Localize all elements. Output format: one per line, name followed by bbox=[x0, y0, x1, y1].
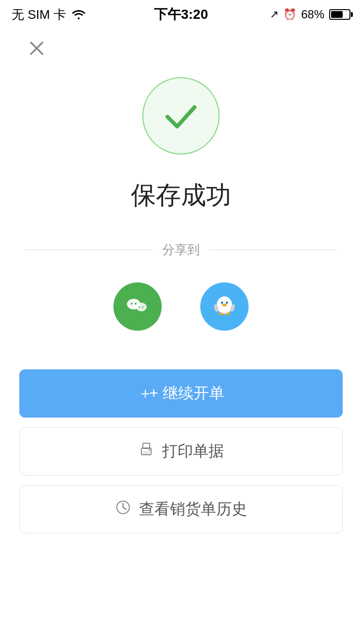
print-button[interactable]: 打印单据 bbox=[19, 427, 343, 476]
print-label: 打印单据 bbox=[162, 441, 224, 462]
svg-point-7 bbox=[142, 307, 144, 308]
share-section: 分享到 bbox=[0, 241, 362, 258]
share-icons bbox=[113, 282, 249, 331]
checkmark-icon bbox=[162, 97, 200, 135]
status-bar: 无 SIM 卡 下午3:20 ↗ ⏰ 68% bbox=[0, 0, 362, 29]
wechat-share-button[interactable] bbox=[113, 282, 162, 331]
continue-order-label: + 继续开单 bbox=[149, 383, 224, 404]
svg-point-14 bbox=[222, 304, 227, 307]
main-content: 保存成功 分享到 bbox=[0, 29, 362, 533]
svg-point-12 bbox=[222, 302, 223, 303]
no-sim-text: 无 SIM 卡 bbox=[12, 6, 66, 23]
battery-percent: 68% bbox=[301, 8, 324, 21]
svg-point-15 bbox=[219, 313, 223, 315]
svg-rect-20 bbox=[143, 451, 150, 455]
status-right: ↗ ⏰ 68% bbox=[270, 8, 350, 21]
status-time: 下午3:20 bbox=[154, 5, 208, 24]
svg-point-3 bbox=[136, 303, 147, 311]
location-icon: ↗ bbox=[270, 8, 278, 21]
clock-svg bbox=[115, 499, 131, 516]
svg-point-5 bbox=[135, 303, 137, 305]
status-left: 无 SIM 卡 bbox=[12, 6, 86, 23]
svg-point-4 bbox=[131, 303, 133, 305]
printer-svg bbox=[138, 441, 154, 458]
svg-point-13 bbox=[226, 302, 227, 303]
wifi-icon bbox=[71, 9, 86, 20]
svg-point-22 bbox=[149, 449, 151, 451]
continue-order-button[interactable]: ＋ + 继续开单 bbox=[19, 369, 343, 418]
svg-line-25 bbox=[123, 507, 126, 509]
svg-point-16 bbox=[225, 313, 230, 315]
success-title: 保存成功 bbox=[131, 179, 231, 212]
clock-icon bbox=[115, 499, 131, 519]
wechat-icon bbox=[124, 293, 152, 321]
qq-share-button[interactable] bbox=[200, 282, 249, 331]
printer-icon bbox=[138, 441, 154, 462]
close-icon bbox=[28, 40, 45, 57]
divider-left bbox=[24, 250, 153, 250]
qq-icon bbox=[210, 293, 238, 321]
history-button[interactable]: 查看销货单历史 bbox=[19, 485, 343, 533]
success-indicator bbox=[142, 77, 220, 154]
battery-indicator bbox=[329, 9, 350, 20]
action-buttons: ＋ + 继续开单 打印单据 查看销货单 bbox=[0, 369, 362, 533]
svg-point-6 bbox=[139, 307, 140, 308]
share-label: 分享到 bbox=[153, 241, 209, 258]
history-label: 查看销货单历史 bbox=[139, 499, 247, 520]
divider-right bbox=[209, 250, 338, 250]
alarm-icon: ⏰ bbox=[283, 8, 296, 21]
close-button[interactable] bbox=[23, 35, 50, 62]
